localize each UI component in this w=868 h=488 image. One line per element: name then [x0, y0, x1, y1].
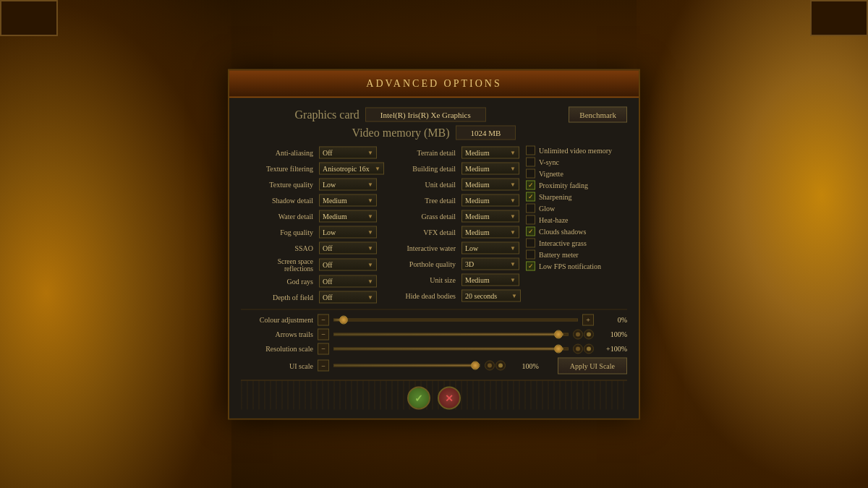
cb-heat-haze-box[interactable]	[526, 215, 535, 224]
ui-scale-value: 100%	[510, 361, 539, 369]
setting-grass-detail: Grass detail Medium▼	[383, 209, 520, 223]
cb-vignette[interactable]: Vignette	[526, 168, 627, 178]
ui-scale-track[interactable]	[333, 364, 480, 367]
dialog-title: Advanced Options	[229, 70, 639, 98]
tree-detail-dropdown[interactable]: Medium▼	[461, 194, 519, 207]
porthole-quality-dropdown[interactable]: 3D▼	[461, 258, 519, 270]
arrows-trails-minus[interactable]: −	[318, 328, 329, 340]
cb-clouds-shadows[interactable]: ✓ Clouds shadows	[526, 226, 627, 236]
setting-water-detail: Water detail Medium▼	[241, 209, 378, 223]
god-rays-dropdown[interactable]: Off▼	[319, 275, 377, 288]
apply-ui-scale-button[interactable]: Apply UI Scale	[558, 357, 627, 374]
setting-building-detail: Building detail Medium▼	[383, 161, 520, 176]
colour-adjustment-thumb	[339, 315, 348, 324]
setting-porthole-quality: Porthole quality 3D▼	[383, 257, 520, 271]
slider-resolution-scale: Resolution scale − +100%	[241, 343, 627, 354]
deco-right	[637, 0, 868, 488]
arrows-trails-track[interactable]	[333, 333, 569, 335]
ui-scale-fill	[334, 365, 477, 367]
setting-texture-quality: Texture quality Low▼	[241, 177, 378, 192]
cb-vsync-box[interactable]	[526, 157, 535, 166]
screen-space-reflections-dropdown[interactable]: Off▼	[319, 259, 377, 271]
fog-quality-dropdown[interactable]: Low▼	[319, 226, 377, 239]
dialog-body: Graphics card Intel(R) Iris(R) Xe Graphi…	[229, 98, 639, 418]
cb-battery-meter-box[interactable]	[526, 249, 535, 259]
svg-point-1	[587, 332, 591, 336]
cb-heat-haze[interactable]: Heat-haze	[526, 215, 627, 224]
ui-scale-minus[interactable]: −	[318, 360, 329, 372]
video-memory-value: 1024 MB	[456, 125, 516, 140]
cb-low-fps-notification-box[interactable]: ✓	[526, 261, 535, 270]
cb-glow[interactable]: Glow	[526, 203, 627, 213]
cb-unlimited-video-memory[interactable]: Unlimited video memory	[526, 145, 627, 155]
water-detail-dropdown[interactable]: Medium▼	[319, 210, 377, 223]
cb-low-fps-notification[interactable]: ✓ Low FPS notification	[526, 261, 627, 270]
resolution-scale-icons	[573, 343, 594, 354]
terrain-detail-dropdown[interactable]: Medium▼	[461, 147, 519, 159]
cancel-button[interactable]: ✕	[438, 386, 461, 409]
colour-adjustment-fill	[334, 319, 339, 320]
resolution-scale-fill	[334, 348, 563, 349]
cb-interactive-grass-box[interactable]	[526, 238, 535, 247]
cb-vsync[interactable]: V-sync	[526, 157, 627, 166]
setting-texture-filtering: Texture filtering Anisotropic 16x▼	[241, 161, 378, 176]
benchmark-button[interactable]: Benchmark	[569, 106, 627, 122]
cb-proximity-fading[interactable]: ✓ Proximity fading	[526, 180, 627, 189]
unit-size-dropdown[interactable]: Medium▼	[461, 274, 519, 286]
svg-point-3	[587, 346, 591, 351]
setting-screen-space-reflections: Screen spacereflections Off▼	[241, 257, 378, 273]
building-detail-dropdown[interactable]: Medium▼	[461, 163, 519, 175]
grass-detail-dropdown[interactable]: Medium▼	[461, 210, 519, 223]
video-memory-label: Video memory (MB)	[352, 126, 450, 139]
colour-adjustment-minus[interactable]: −	[318, 314, 329, 325]
interactive-water-dropdown[interactable]: Low▼	[461, 242, 519, 254]
svg-point-4	[488, 364, 492, 368]
colour-adjustment-track[interactable]	[333, 318, 578, 321]
corner-top-left	[0, 0, 58, 36]
colour-adjustment-value: 0%	[598, 316, 627, 324]
hide-dead-bodies-dropdown[interactable]: 20 seconds▼	[461, 290, 521, 302]
cb-clouds-shadows-box[interactable]: ✓	[526, 226, 535, 236]
svg-point-0	[576, 332, 580, 336]
anti-aliasing-dropdown[interactable]: Off▼	[319, 147, 377, 159]
cb-glow-box[interactable]	[526, 203, 535, 213]
divider	[241, 309, 627, 309]
ssao-dropdown[interactable]: Off▼	[319, 242, 377, 254]
graphics-card-label: Graphics card	[295, 108, 359, 121]
ui-scale-icons	[485, 361, 506, 371]
cb-sharpening[interactable]: ✓ Sharpening	[526, 192, 627, 201]
setting-ssao: SSAO Off▼	[241, 241, 378, 255]
arrows-trails-icons	[573, 329, 594, 339]
texture-quality-dropdown[interactable]: Low▼	[319, 179, 377, 191]
resolution-scale-minus[interactable]: −	[318, 343, 329, 354]
cb-unlimited-video-memory-box[interactable]	[526, 145, 535, 155]
slider-colour-adjustment: Colour adjustment − + 0%	[241, 314, 627, 325]
cb-proximity-fading-box[interactable]: ✓	[526, 180, 535, 189]
setting-unit-size: Unit size Medium▼	[383, 273, 520, 287]
vfx-detail-dropdown[interactable]: Medium▼	[461, 226, 519, 239]
cb-vignette-box[interactable]	[526, 168, 535, 178]
shadow-detail-dropdown[interactable]: Medium▼	[319, 194, 377, 207]
resolution-scale-value: +100%	[598, 345, 627, 353]
colour-adjustment-plus[interactable]: +	[582, 314, 594, 325]
cb-battery-meter[interactable]: Battery meter	[526, 249, 627, 259]
setting-terrain-detail: Terrain detail Medium▼	[383, 145, 520, 160]
setting-tree-detail: Tree detail Medium▼	[383, 193, 520, 207]
arrows-trails-value: 100%	[598, 330, 627, 338]
ok-button[interactable]: ✓	[407, 386, 430, 409]
unit-detail-dropdown[interactable]: Medium▼	[461, 179, 519, 191]
cb-interactive-grass[interactable]: Interactive grass	[526, 238, 627, 247]
graphics-card-value: Intel(R) Iris(R) Xe Graphics	[365, 107, 486, 121]
corner-top-right	[810, 0, 868, 36]
sliders-section: Colour adjustment − + 0% Arrows trails −	[241, 314, 627, 374]
setting-shadow-detail: Shadow detail Medium▼	[241, 193, 378, 207]
cb-sharpening-box[interactable]: ✓	[526, 192, 535, 201]
depth-of-field-dropdown[interactable]: Off▼	[319, 291, 377, 304]
setting-fog-quality: Fog quality Low▼	[241, 225, 378, 239]
middle-settings-col: Terrain detail Medium▼ Building detail M…	[383, 145, 520, 304]
setting-anti-aliasing: Anti-aliasing Off▼	[241, 145, 378, 160]
arrows-trails-fill	[334, 333, 563, 335]
resolution-scale-track[interactable]	[333, 347, 569, 350]
setting-unit-detail: Unit detail Medium▼	[383, 177, 520, 192]
texture-filtering-dropdown[interactable]: Anisotropic 16x▼	[319, 163, 384, 175]
